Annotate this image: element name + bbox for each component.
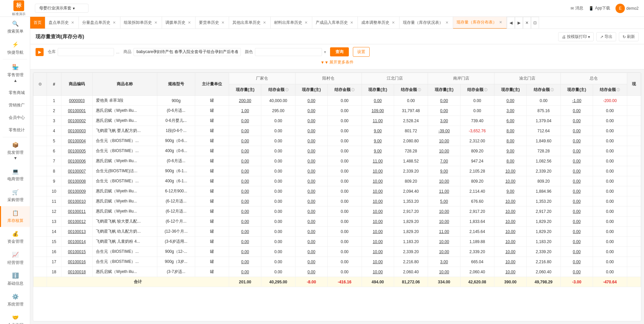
row-f2-qty[interactable]: 0.00 [295,237,327,247]
row-f4-qty[interactable]: 11.00 [428,186,460,196]
filter-toggle-btn[interactable]: ▶ [36,48,44,56]
row-total-qty[interactable]: 0.00 [560,156,593,166]
row-f5-qty[interactable]: 3.00 [494,106,527,116]
tab-home[interactable]: 首页 [30,17,45,29]
row-f5-qty[interactable]: 8.00 [494,126,527,136]
row-f3-qty[interactable]: 10.00 [362,176,394,186]
row-total-qty[interactable]: 0.00 [560,106,593,116]
row-f2-qty[interactable]: 0.00 [295,267,327,277]
row-f3-qty[interactable]: 10.00 [362,237,394,247]
row-f1-qty[interactable]: 0.00 [229,116,261,126]
row-f1-qty[interactable]: 0.00 [229,196,261,206]
row-total-qty[interactable]: 0.00 [560,166,593,176]
setting-button[interactable]: 设置 [353,47,370,57]
row-code[interactable]: 00100002 [61,116,93,126]
row-f3-qty[interactable]: 10.00 [362,166,394,176]
row-f4-qty[interactable]: 10.00 [428,237,460,247]
row-f4-qty[interactable]: 10.00 [428,267,460,277]
row-f1-qty[interactable]: 0.00 [229,166,261,176]
f2-amt-info[interactable]: ⓘ [351,88,355,92]
row-f5-qty[interactable]: 6.00 [494,116,527,126]
user-area[interactable]: E demo2 [615,4,639,13]
row-f4-qty[interactable]: 7.00 [428,156,460,166]
tab-close-product-in[interactable]: ✕ [349,20,354,25]
row-f3-qty[interactable]: 10.00 [362,186,394,196]
sidebar-item-retail-store[interactable]: 零售商城 [0,87,30,99]
tab-assemble[interactable]: 组装拆卸单历史 ✕ [120,17,162,29]
sidebar-item-shortcut[interactable]: ⚡ 快捷导航 [0,38,30,58]
tab-product-in[interactable]: 产成品入库单历史 ✕ [312,17,358,29]
row-f2-qty[interactable]: 0.00 [295,186,327,196]
sidebar-item-finance[interactable]: 💰 资金管理 [0,227,30,248]
row-f3-qty[interactable]: 0.00 [362,96,394,106]
row-f5-qty[interactable]: 8.00 [494,156,527,166]
row-f4-qty[interactable]: -39.00 [428,126,460,136]
row-total-qty[interactable]: 0.00 [560,126,593,136]
sidebar-item-ecom[interactable]: 💻 电商管理 [0,165,30,185]
row-code[interactable]: 00100011 [61,206,93,217]
row-f4-qty[interactable]: 10.00 [428,217,460,227]
f1-amt-info[interactable]: ⓘ [285,88,288,92]
row-f1-qty[interactable]: 0.00 [229,206,261,217]
row-code[interactable]: 00100007 [61,166,93,176]
row-code[interactable]: 00100009 [61,186,93,196]
tab-branch-stocktake[interactable]: 分量盘点单历史 ✕ [79,17,120,29]
row-code[interactable]: 00100006 [61,156,93,166]
color-input[interactable] [255,48,322,56]
row-f1-qty[interactable]: 0.00 [229,146,261,156]
row-f5-qty[interactable]: 10.00 [494,176,527,186]
row-f3-qty[interactable]: 9.00 [362,126,394,136]
row-f5-qty[interactable]: 8.00 [494,136,527,146]
tab-cost-adjust[interactable]: 成本调整单历史 ✕ [358,17,399,29]
tab-close-assemble[interactable]: ✕ [153,20,158,25]
row-f5-qty[interactable]: 9.00 [494,186,527,196]
tab-nav-more[interactable]: ⊡ [531,17,539,29]
row-f1-qty[interactable]: 0.00 [229,156,261,166]
print-button[interactable]: 🖨 按模版打印 ▾ [558,32,594,41]
sidebar-item-marketing[interactable]: 营销推广 [0,99,30,111]
row-f3-qty[interactable]: 10.00 [362,247,394,257]
sidebar-item-member[interactable]: 会员中心 [0,111,30,124]
row-f4-qty[interactable]: 3.00 [428,116,460,126]
row-f1-qty[interactable]: 0.00 [229,227,261,237]
row-f1-qty[interactable]: 0.00 [229,247,261,257]
row-f1-qty[interactable]: 0.00 [229,257,261,267]
expand-more-btn[interactable]: ▼▼ 展开更多条件 [318,58,357,66]
refresh-button[interactable]: ↻ 刷新 [619,32,639,41]
tab-close-material-out[interactable]: ✕ [304,20,309,25]
sidebar-item-wholesale[interactable]: 📦 批发管理 ▼ [0,138,30,165]
row-f4-qty[interactable]: 10.00 [428,247,460,257]
row-total-qty[interactable]: 0.00 [560,196,593,206]
row-f2-qty[interactable]: 0.00 [295,217,327,227]
row-f5-qty[interactable]: 10.00 [494,217,527,227]
row-f5-qty[interactable]: 10.00 [494,257,527,267]
row-f3-qty[interactable]: 10.00 [362,217,394,227]
row-f5-qty[interactable]: 0.00 [494,96,527,106]
row-code[interactable]: 00100013 [61,227,93,237]
sidebar-item-inventory[interactable]: 📋 库存核算 [0,206,30,227]
tab-close-stocktake[interactable]: ✕ [70,20,75,25]
row-f4-qty[interactable]: 0.00 [428,106,460,116]
row-f5-qty[interactable]: 10.00 [494,237,527,247]
row-total-qty[interactable]: 0.00 [560,186,593,196]
tab-other-out[interactable]: 其他出库单历史 ✕ [229,17,271,29]
row-total-qty[interactable]: 0.00 [560,116,593,126]
row-code[interactable]: 00100015 [61,247,93,257]
industry-selector[interactable]: 母婴行业演示库套 ▾ [35,4,89,13]
sidebar-item-search[interactable]: 🔍 搜索英单 [0,17,30,38]
row-f2-qty[interactable]: 0.00 [295,156,327,166]
warehouse-dots[interactable]: ... [116,50,119,54]
row-code[interactable]: 00100010 [61,196,93,206]
row-code[interactable]: 00100016 [61,257,93,267]
search-button[interactable]: 查询 [330,47,349,56]
f4-amt-info[interactable]: ⓘ [484,88,487,92]
row-f4-qty[interactable]: 3.00 [428,257,460,267]
row-total-qty[interactable]: 0.00 [560,257,593,267]
row-f2-qty[interactable]: 0.00 [295,116,327,126]
row-code[interactable]: 00100014 [61,237,93,247]
row-f4-qty[interactable]: 0.00 [428,96,460,106]
row-f2-qty[interactable]: 0.00 [295,206,327,217]
row-f2-qty[interactable]: 0.00 [295,106,327,116]
row-f5-qty[interactable]: 9.00 [494,146,527,156]
row-f2-qty[interactable]: 0.00 [295,257,327,267]
